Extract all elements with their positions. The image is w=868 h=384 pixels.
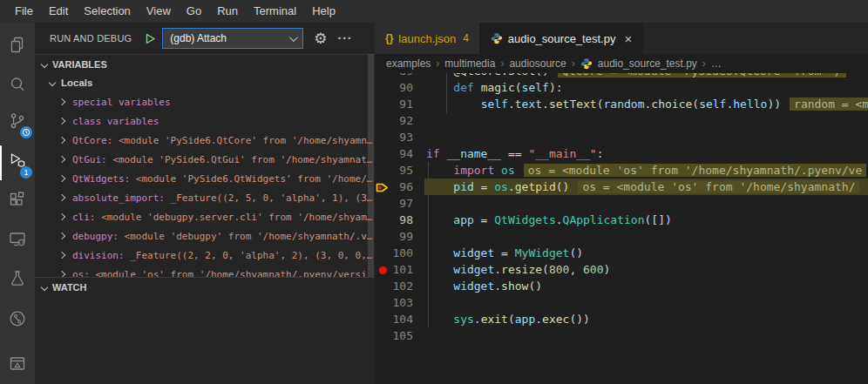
panel-warning-button[interactable] [0,348,35,383]
variable-row[interactable]: debugpy: <module 'debugpy' from '/home/s… [35,226,375,246]
variables-section-header[interactable]: VARIABLES [35,54,375,73]
code-line-105: 105 [375,327,868,344]
code-text[interactable]: widget = MyWidget() [424,245,868,261]
menu-item-selection[interactable]: Selection [76,0,138,23]
variable-row[interactable]: division: _Feature((2, 2, 0, 'alpha', 2)… [35,246,375,265]
breadcrumb-item[interactable]: examples [384,57,432,70]
debug-config-value: (gdb) Attach [170,32,289,44]
code-line-101: 101 widget.resize(800, 600) [375,261,868,278]
variable-row[interactable]: class variables [35,111,375,131]
line-number: 103 [375,294,413,311]
menu-item-view[interactable]: View [139,0,179,23]
breadcrumb-item[interactable]: multimedia [443,57,497,70]
start-debugging-icon[interactable] [144,32,157,45]
line-number: 105 [375,327,413,344]
code-text[interactable]: app = QtWidgets.QApplication([]) [424,212,868,228]
menu-item-file[interactable]: File [7,0,41,23]
sidebar-scrollbar[interactable] [368,54,374,277]
code-text[interactable]: widget.show() [424,278,868,294]
vscode-window: FileEditSelectionViewGoRunTerminalHelp 1… [0,0,868,384]
variable-row[interactable]: special variables [35,92,375,111]
code-text[interactable]: if __name__ == "__main__": [424,145,868,162]
debug-config-dropdown[interactable]: (gdb) Attach [162,28,303,49]
variable-row[interactable]: os: <module 'os' from '/home/shyamnath/.… [35,265,375,277]
variable-row[interactable]: absolute_import: _Feature((2, 5, 0, 'alp… [35,188,375,207]
testing-button[interactable] [0,263,35,298]
code-text[interactable]: self.text.setText(random.choice(self.hel… [424,96,868,112]
json-icon: {} [385,32,393,44]
testing-icon [7,268,28,293]
menu-item-help[interactable]: Help [304,0,343,23]
code-text[interactable]: import osos = <module 'os' from '/home/s… [424,162,868,179]
breakpoint-icon[interactable] [376,263,390,277]
activity-bar: 1 [0,23,35,384]
menu-bar: FileEditSelectionViewGoRunTerminalHelp [0,0,868,23]
more-actions-icon[interactable]: ··· [338,31,353,45]
variable-name: os: [72,269,90,278]
line-number: 104 [375,311,413,327]
code-text[interactable]: pid = os.getpid()os = <module 'os' from … [424,179,868,195]
menu-item-run[interactable]: Run [209,0,246,23]
variable-value: _Feature((2, 2, 0, 'alpha', 2), (3, 0, 0… [130,250,372,261]
variable-row[interactable]: QtCore: <module 'PySide6.QtCore' from '/… [35,131,375,150]
breadcrumb-item[interactable]: audio_source_test.py [596,57,699,70]
line-number: 94 [375,145,413,162]
chevron-right-icon [58,252,65,259]
code-text[interactable]: widget.resize(800, 600) [424,261,868,278]
variable-value: _Feature((2, 5, 0, 'alpha', 1), (3… [171,192,373,204]
tab-audio_source_test.py[interactable]: audio_source_test.py× [480,23,643,54]
extensions-button[interactable] [0,185,35,219]
tab-launch.json[interactable]: {}launch.json4 [375,23,480,54]
code-text[interactable]: sys.exit(app.exec()) [424,311,868,327]
remote-explorer-button[interactable] [0,224,35,259]
source-control-button[interactable] [0,105,35,140]
variable-name: cli: [72,212,96,223]
code-line-99: 99 [375,228,868,245]
line-number: 91 [375,96,413,112]
line-number: 100 [375,245,413,261]
python-icon [491,32,503,44]
search-button[interactable] [0,69,35,104]
menu-item-terminal[interactable]: Terminal [246,0,304,23]
variable-row[interactable]: cli: <module 'debugpy.server.cli' from '… [35,207,375,226]
watch-title: WATCH [52,282,87,293]
code-line-92: 92 [375,112,868,129]
variable-value: <module 'PySide6.QtGui' from '/home/shya… [112,154,372,165]
close-icon[interactable]: × [624,31,632,46]
code-editor[interactable]: 89 @QtCore.Slot()QtCore = <module 'PySid… [375,63,868,344]
code-line-98: 98 app = QtWidgets.QApplication([]) [375,212,868,228]
breadcrumb-item[interactable]: … [709,57,723,70]
circle-branch-button[interactable] [0,303,35,338]
variable-row[interactable]: QtWidgets: <module 'PySide6.QtWidgets' f… [35,169,375,188]
variable-row[interactable]: QtGui: <module 'PySide6.QtGui' from '/ho… [35,150,375,169]
python-icon [580,57,593,70]
explorer-button[interactable] [0,30,35,64]
menu-item-edit[interactable]: Edit [41,0,76,23]
variables-scope-row[interactable]: Locals [35,73,375,92]
watch-section-header[interactable]: WATCH [35,277,375,296]
inline-debug-value: random = <module 'random' from [790,98,868,111]
gear-icon[interactable]: ⚙ [314,31,327,46]
circle-branch-icon [7,308,28,333]
breadcrumb-item[interactable]: audiosource [507,57,567,70]
debug-pointer-icon[interactable] [376,180,390,194]
variable-value: <module 'debugpy' from '/home/shyamnath/… [125,231,373,242]
code-line-100: 100 widget = MyWidget() [375,245,868,261]
breadcrumb: examples›multimedia›audiosource›audio_so… [375,54,868,73]
line-number: 90 [375,79,413,96]
code-line-96: 96 pid = os.getpid()os = <module 'os' fr… [375,179,868,195]
inline-debug-value: os = <module 'os' from '/home/shyamnath/… [524,164,867,177]
activity-badge [20,126,32,138]
chevron-down-icon [289,33,298,42]
chevron-right-icon [58,175,65,182]
breadcrumb-separator: › [699,57,709,70]
run-and-debug-button[interactable]: 1 [0,145,35,180]
code-line-93: 93 [375,129,868,145]
remote-explorer-icon [7,229,28,253]
breadcrumb-separator: › [497,57,507,70]
editor-tab-bar: {}launch.json4audio_source_test.py× [375,23,868,54]
variable-value: <module 'PySide6.QtCore' from '/home/shy… [119,135,372,146]
code-text[interactable]: def magic(self): [424,79,868,96]
inline-debug-value: os = <module 'os' from '/home/shyamnath/ [578,180,859,193]
menu-item-go[interactable]: Go [179,0,209,23]
